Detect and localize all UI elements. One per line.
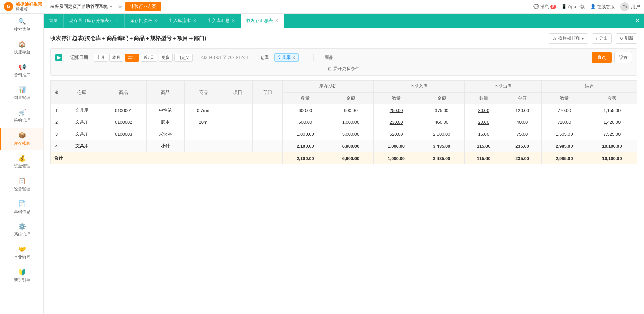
- cooperation-icon: 🤝: [18, 246, 26, 253]
- tab-recv-send-summary[interactable]: 收发存汇总表 ✕: [241, 14, 284, 28]
- online-service-link[interactable]: 👤 在线客服: [590, 4, 615, 10]
- cell-in-qty[interactable]: 230.00: [374, 116, 419, 128]
- total-row: 合计 2,100.00 6,900.00 1,000.00 3,435.00 1…: [51, 152, 637, 164]
- sub-close-qty: 2,985.00: [542, 140, 587, 152]
- date-btn-this-year[interactable]: 本年: [125, 54, 139, 62]
- tab-inout-summary[interactable]: 出入库汇总 ✕: [202, 14, 241, 28]
- system-dropdown-icon[interactable]: ▾: [110, 4, 112, 9]
- sidebar-item-operations[interactable]: 📋 经营管理: [0, 173, 43, 196]
- sub-warehouse: 文具库: [63, 140, 101, 152]
- template-print-button[interactable]: 🖨 换模板打印 ▾: [549, 33, 588, 44]
- sidebar-item-marketing[interactable]: 📢 营销推广: [0, 59, 43, 82]
- filter-divider-2: [313, 54, 314, 61]
- tab-home[interactable]: 首页: [44, 14, 64, 28]
- brand-name: 畅捷通好生意: [16, 2, 42, 7]
- sidebar-item-guide[interactable]: 🔰 新手引导: [0, 264, 43, 287]
- export-icon: ↑: [596, 36, 598, 41]
- cell-in-amt: 2,600.00: [419, 128, 464, 140]
- cell-spec: [184, 128, 223, 140]
- export-button[interactable]: ↑ 导出: [592, 33, 612, 44]
- date-btn-7days[interactable]: 近7天: [141, 54, 157, 62]
- user-section[interactable]: Ea 用户: [620, 2, 640, 11]
- tab-inout-flow[interactable]: 出入库流水 ✕: [163, 14, 202, 28]
- total-out-amt: 235.00: [503, 152, 541, 164]
- sidebar-item-search[interactable]: 🔍 搜索菜单: [0, 14, 43, 36]
- system-icon: ⚙️: [18, 223, 26, 230]
- tab-close-all[interactable]: ✕: [635, 17, 640, 24]
- sidebar-label-operations: 经营管理: [14, 186, 30, 192]
- sidebar-item-finance[interactable]: 💰 资金管理: [0, 150, 43, 173]
- message-link[interactable]: 💬 消息 6: [533, 4, 556, 10]
- cell-in-qty[interactable]: 520.00: [374, 128, 419, 140]
- th-out-qty: 数量: [464, 93, 503, 104]
- cell-out-qty[interactable]: 15.00: [464, 128, 503, 140]
- sub-out-qty[interactable]: 115.00: [464, 140, 503, 152]
- cell-out-qty[interactable]: 20.00: [464, 116, 503, 128]
- settings-icon[interactable]: ⚙: [118, 3, 122, 10]
- warehouse-tag: 文具库 ✕: [274, 53, 299, 62]
- operations-icon: 📋: [18, 177, 26, 185]
- date-btn-this-month[interactable]: 本月: [109, 54, 123, 62]
- app-container: 6 畅捷通好生意 标准版 装备及固定资产辅助管理系统 ▾ ⚙ 体验行业方案 💬 …: [0, 0, 644, 314]
- date-btn-more[interactable]: 更多: [159, 54, 173, 62]
- expand-conditions-btn[interactable]: ⊞ 展开更多条件: [328, 66, 360, 72]
- cell-name: 中性笔: [146, 104, 184, 116]
- tab-inout-flow-close[interactable]: ✕: [193, 18, 196, 23]
- warehouse-label: 仓库: [260, 54, 269, 61]
- filter-bar: ▶ 记账日期 上月 本月 本年 近7天 更多 自定义 2023-01-01 至 …: [50, 48, 637, 76]
- sub-open-amt: 6,900.00: [328, 140, 374, 152]
- sidebar: 🔍 搜索菜单 🏠 快捷导航 📢 营销推广 📊 销售管理 🛒 采购管理 📦: [0, 14, 44, 314]
- tab-inout-flow-label: 出入库流水: [169, 18, 191, 24]
- cell-close-qty: 770.00: [542, 104, 587, 116]
- cell-in-qty[interactable]: 250.00: [374, 104, 419, 116]
- tab-batch-ledger-close[interactable]: ✕: [154, 18, 158, 23]
- th-opening-stock: 库存期初: [283, 81, 374, 93]
- cell-spec: 20ml: [184, 116, 223, 128]
- table-row: 2 文具库 0100002 胶水 20ml 500.00 1,000.00 23…: [51, 116, 637, 128]
- tab-recv-send-label: 收发存汇总表: [246, 18, 273, 24]
- sidebar-item-quick-nav[interactable]: 🏠 快捷导航: [0, 36, 43, 59]
- cell-num: 1: [51, 104, 63, 116]
- th-settings: ⚙: [51, 81, 63, 104]
- tab-inventory-dist[interactable]: 现存量（库存分布表） ✕: [64, 14, 125, 28]
- tab-batch-ledger-label: 库存批次账: [130, 18, 152, 24]
- sidebar-item-purchase[interactable]: 🛒 采购管理: [0, 105, 43, 128]
- cell-dept: [253, 128, 283, 140]
- template-chevron: ▾: [582, 36, 584, 41]
- date-btn-last-month[interactable]: 上月: [94, 54, 108, 62]
- warehouse-tag-remove[interactable]: ✕: [292, 55, 296, 60]
- th-close-qty: 数量: [542, 93, 587, 104]
- sub-in-qty[interactable]: 1,000.00: [374, 140, 419, 152]
- sidebar-item-cooperation[interactable]: 🤝 企业协同: [0, 242, 43, 264]
- refresh-button[interactable]: ↻ 刷新: [616, 33, 637, 44]
- tab-inout-summary-close[interactable]: ✕: [232, 18, 235, 23]
- system-name-text: 装备及固定资产辅助管理系统: [50, 3, 108, 10]
- warehouse-more-btn[interactable]: ...: [304, 55, 308, 60]
- sidebar-item-sales[interactable]: 📊 销售管理: [0, 82, 43, 105]
- sidebar-label-guide: 新手引导: [14, 277, 30, 283]
- goods-more-btn[interactable]: ...: [339, 55, 343, 60]
- top-bar-left: 6 畅捷通好生意 标准版 装备及固定资产辅助管理系统 ▾ ⚙ 体验行业方案: [4, 2, 161, 12]
- sidebar-item-inventory[interactable]: 📦 库存核算: [0, 128, 43, 150]
- sidebar-item-basic-info[interactable]: 📄 基础信息: [0, 196, 43, 219]
- date-btn-custom[interactable]: 自定义: [174, 54, 193, 62]
- tab-inventory-dist-label: 现存量（库存分布表）: [69, 18, 113, 24]
- toggle-arrow[interactable]: ▶: [55, 54, 62, 61]
- cell-out-qty[interactable]: 80.00: [464, 104, 503, 116]
- tab-inventory-dist-close[interactable]: ✕: [115, 18, 119, 23]
- export-label: 导出: [599, 35, 608, 42]
- tab-batch-ledger[interactable]: 库存批次账 ✕: [125, 14, 163, 28]
- sidebar-item-system[interactable]: ⚙️ 系统管理: [0, 219, 43, 242]
- sidebar-label-sales: 销售管理: [14, 95, 30, 101]
- settings-small-button[interactable]: 设置: [614, 52, 632, 63]
- query-button[interactable]: 查询: [592, 52, 612, 63]
- app-download-link[interactable]: 📱 App下载: [561, 4, 585, 10]
- tab-recv-send-close[interactable]: ✕: [275, 18, 278, 23]
- logo-badge: 6: [4, 2, 13, 11]
- sidebar-label-system: 系统管理: [14, 232, 30, 237]
- sub-placeholder: [101, 140, 146, 152]
- tab-inout-summary-label: 出入库汇总: [208, 18, 230, 24]
- app-title: 畅捷通好生意 标准版: [16, 2, 42, 12]
- trial-button[interactable]: 体验行业方案: [125, 2, 161, 11]
- cell-project: [223, 104, 253, 116]
